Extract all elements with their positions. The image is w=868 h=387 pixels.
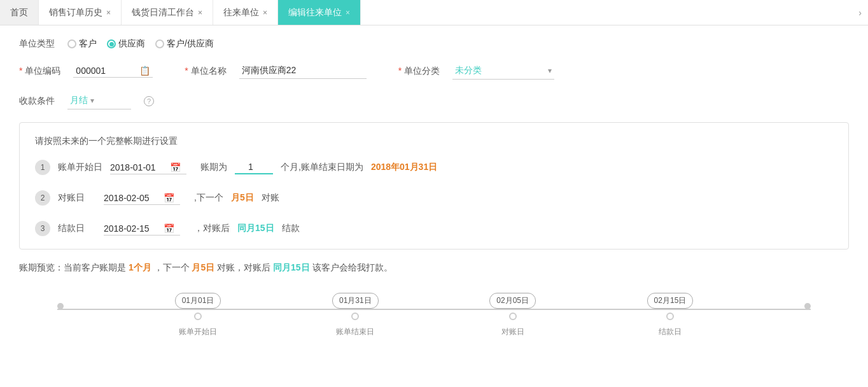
- timeline-dot-right: [804, 303, 811, 309]
- reconcile-date-field[interactable]: 📅: [104, 192, 180, 205]
- period-input[interactable]: [235, 162, 267, 172]
- payment-suffix-prefix: ，对账后: [194, 223, 230, 234]
- period-input-field[interactable]: [235, 160, 273, 174]
- unit-name-input[interactable]: [239, 63, 367, 79]
- payment-condition-select[interactable]: 月结 ▾: [67, 92, 131, 109]
- radio-circle-supplier: [107, 39, 116, 48]
- reconcile-calendar-icon[interactable]: 📅: [164, 193, 174, 203]
- period-suffix: 个月,账单结束日期为: [281, 162, 363, 173]
- timeline-badge-2: 01月31日: [332, 293, 379, 309]
- unit-type-radio-group: 客户 供应商 客户/供应商: [67, 38, 214, 50]
- unit-info-row: 单位编码 📋 单位名称 单位分类 未分类 ▾: [19, 62, 849, 80]
- bill-start-date-input[interactable]: [110, 162, 167, 172]
- unit-category-value: 未分类: [455, 65, 482, 76]
- payment-condition-chevron: ▾: [90, 96, 94, 105]
- unit-code-input[interactable]: [76, 66, 139, 76]
- reconcile-suffix-prefix: ,下一个: [194, 192, 223, 204]
- payment-condition-row: 收款条件 月结 ▾ ?: [19, 92, 849, 109]
- timeline-dot-1: [194, 313, 202, 320]
- timeline-badge-3: 02月05日: [489, 293, 536, 309]
- payment-condition-value: 月结: [70, 95, 88, 106]
- tab-close-partners[interactable]: ×: [263, 8, 267, 17]
- timeline-dot-left: [57, 303, 64, 309]
- payment-date-field[interactable]: 📅: [104, 222, 180, 236]
- reconcile-date-input[interactable]: [104, 193, 161, 203]
- unit-category-select[interactable]: 未分类 ▾: [452, 62, 554, 80]
- payment-date-input[interactable]: [104, 223, 161, 234]
- bill-start-row: 1 账单开始日 📅 账期为 个月,账单结束日期为 2018年01月31日: [35, 160, 833, 175]
- payment-row: 3 结款日 📅 ，对账后 同月15日 结款: [35, 221, 833, 236]
- radio-customer[interactable]: 客户: [67, 38, 97, 50]
- unit-code-icon[interactable]: 📋: [139, 66, 150, 76]
- preview-part2: ，下一个: [154, 262, 190, 272]
- radio-circle-customer-supplier: [155, 39, 164, 48]
- row-number-2: 2: [35, 190, 50, 206]
- period-prefix: 账期为: [200, 162, 227, 173]
- bill-start-date-field[interactable]: 📅: [110, 161, 186, 174]
- preview-label: 账期预览：当前客户账期是: [19, 262, 126, 272]
- timeline-dot-4: [666, 313, 674, 320]
- radio-label-supplier: 供应商: [118, 38, 145, 50]
- preview-part3: 对账，对账后: [217, 262, 270, 272]
- radio-label-customer: 客户: [79, 38, 97, 50]
- timeline-dot-2: [351, 313, 359, 320]
- unit-type-row: 单位类型 客户 供应商 客户/供应商: [19, 38, 849, 50]
- tabs-bar: 首页 销售订单历史 × 钱货日清工作台 × 往来单位 × 编辑往来单位 × ›: [0, 0, 868, 25]
- preview-highlight-3: 同月15日: [273, 262, 310, 272]
- payment-suffix-end: 结款: [282, 223, 300, 234]
- timeline-label-2: 账单结束日: [336, 327, 374, 337]
- tab-edit-partner[interactable]: 编辑往来单位 ×: [278, 0, 361, 25]
- reconcile-suffix-end: 对账: [262, 192, 279, 204]
- unit-category-chevron: ▾: [548, 66, 552, 75]
- section-title: 请按照未来的一个完整帐期进行设置: [35, 136, 833, 147]
- tab-home[interactable]: 首页: [0, 0, 39, 25]
- radio-supplier[interactable]: 供应商: [107, 38, 145, 50]
- unit-category-label: 单位分类: [398, 66, 440, 77]
- reconcile-label: 对账日: [58, 192, 96, 204]
- timeline-item-1: 01月01日 账单开始日: [175, 293, 221, 337]
- settings-section: 请按照未来的一个完整帐期进行设置 1 账单开始日 📅 账期为 个月,账单结束日期…: [19, 122, 849, 250]
- tab-cashier[interactable]: 钱货日清工作台 ×: [122, 0, 213, 25]
- timeline-label-1: 账单开始日: [179, 327, 217, 337]
- timeline-item-2: 01月31日 账单结束日: [332, 293, 379, 337]
- main-content: 单位类型 客户 供应商 客户/供应商 单位编码 📋 单位名称 单位分类: [0, 25, 868, 387]
- bill-start-label: 账单开始日: [58, 162, 102, 173]
- unit-code-field[interactable]: 📋: [73, 64, 153, 78]
- timeline-start-endpoint: [57, 293, 64, 309]
- payment-label: 结款日: [58, 223, 96, 234]
- row-number-1: 1: [35, 160, 50, 175]
- tabs-scroll-right[interactable]: ›: [852, 0, 868, 25]
- timeline-item-4: 02月15日 结款日: [647, 293, 694, 337]
- timeline-label-3: 对账日: [501, 327, 524, 337]
- timeline-label-4: 结款日: [659, 327, 682, 337]
- radio-label-customer-supplier: 客户/供应商: [167, 38, 214, 50]
- timeline-badge-1: 01月01日: [175, 293, 221, 309]
- timeline-items: 01月01日 账单开始日 01月31日 账单结束日 02月05日 对账日 02月…: [57, 293, 811, 337]
- preview-highlight-1: 1个月: [129, 262, 151, 272]
- preview-highlight-2: 月5日: [192, 262, 214, 272]
- radio-customer-supplier[interactable]: 客户/供应商: [155, 38, 214, 50]
- timeline-item-3: 02月05日 对账日: [489, 293, 536, 337]
- payment-calendar-icon[interactable]: 📅: [164, 223, 174, 234]
- bill-end-date-highlight: 2018年01月31日: [371, 162, 437, 173]
- radio-circle-customer: [67, 39, 76, 48]
- reconcile-row: 2 对账日 📅 ,下一个 月5日 对账: [35, 190, 833, 206]
- tab-close-sales-history[interactable]: ×: [106, 8, 111, 17]
- preview-part4: 该客户会给我打款。: [312, 262, 393, 272]
- timeline-end-endpoint: [804, 293, 811, 309]
- reconcile-highlight: 月5日: [231, 192, 254, 204]
- payment-condition-label: 收款条件: [19, 95, 55, 107]
- timeline-section: 01月01日 账单开始日 01月31日 账单结束日 02月05日 对账日 02月…: [19, 286, 849, 363]
- payment-highlight: 同月15日: [237, 223, 274, 234]
- row-number-3: 3: [35, 221, 50, 236]
- bill-start-calendar-icon[interactable]: 📅: [170, 162, 181, 172]
- tab-sales-history[interactable]: 销售订单历史 ×: [39, 0, 122, 25]
- tab-partners[interactable]: 往来单位 ×: [213, 0, 278, 25]
- unit-type-label: 单位类型: [19, 38, 55, 50]
- unit-name-label: 单位名称: [185, 66, 226, 77]
- unit-code-label: 单位编码: [19, 66, 60, 77]
- payment-condition-help[interactable]: ?: [144, 96, 154, 106]
- tab-close-edit-partner[interactable]: ×: [346, 8, 350, 17]
- preview-section: 账期预览：当前客户账期是 1个月 ，下一个 月5日 对账，对账后 同月15日 该…: [19, 262, 849, 274]
- tab-close-cashier[interactable]: ×: [198, 8, 202, 17]
